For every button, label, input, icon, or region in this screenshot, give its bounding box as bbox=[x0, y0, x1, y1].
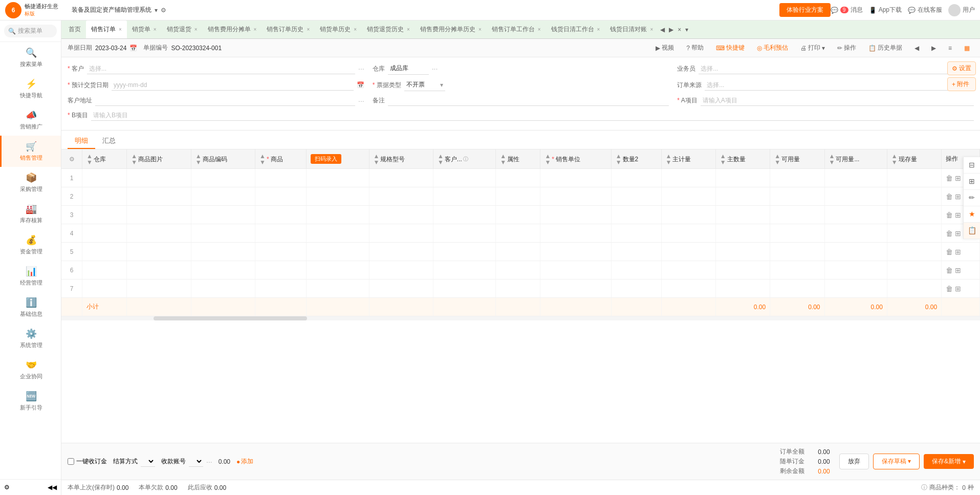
subtab-summary[interactable]: 汇总 bbox=[95, 134, 123, 149]
sidebar-item-system[interactable]: ⚙️ 系统管理 bbox=[0, 323, 61, 354]
tab-close-fee-split-history[interactable]: × bbox=[478, 27, 482, 32]
save-new-btn[interactable]: 保存&新增 ▾ bbox=[924, 454, 974, 469]
tab-fee-split-history[interactable]: 销售费用分摊单历史 × bbox=[415, 20, 487, 38]
scan-btn[interactable]: 扫码录入 bbox=[311, 154, 341, 164]
tab-daily-reconcile[interactable]: 钱货日清对账 × bbox=[605, 20, 658, 38]
side-icon-expand[interactable]: ⊟ bbox=[964, 157, 980, 174]
order-source-input[interactable] bbox=[705, 80, 968, 91]
subtab-detail[interactable]: 明细 bbox=[68, 134, 95, 149]
copy-row-1-icon[interactable]: ⊞ bbox=[955, 174, 961, 182]
sidebar-settings-icon[interactable]: ⚙ bbox=[4, 484, 10, 491]
sidebar-item-marketing[interactable]: 📣 营销推广 bbox=[0, 104, 61, 136]
sidebar-search[interactable]: 🔍 搜索菜单 bbox=[0, 20, 61, 42]
cell-main-qty-2[interactable] bbox=[715, 187, 770, 206]
account-select[interactable] bbox=[189, 456, 203, 467]
sidebar-item-quick-nav[interactable]: ⚡ 快捷导航 bbox=[0, 73, 61, 104]
industry-btn[interactable]: 体验行业方案 bbox=[779, 3, 831, 17]
customer-dots[interactable]: ··· bbox=[358, 64, 364, 73]
cell-main-qty-1[interactable] bbox=[715, 169, 770, 187]
tab-close-order-history[interactable]: × bbox=[307, 27, 310, 32]
profit-btn[interactable]: ◎ 毛利预估 bbox=[753, 42, 792, 54]
view-btn[interactable]: ▶ 视频 bbox=[651, 42, 678, 54]
payment-method-select[interactable] bbox=[141, 456, 155, 467]
search-input-wrapper[interactable]: 🔍 搜索菜单 bbox=[4, 25, 57, 37]
side-icon-clipboard[interactable]: 📋 bbox=[964, 223, 980, 239]
delete-row-7-icon[interactable]: 🗑 bbox=[946, 285, 953, 293]
address-input[interactable] bbox=[95, 95, 355, 106]
tab-fee-split[interactable]: 销售费用分摊单 × bbox=[203, 20, 262, 38]
cell-attribute-1[interactable] bbox=[496, 169, 540, 187]
delete-row-3-icon[interactable]: 🗑 bbox=[946, 211, 953, 219]
delete-row-1-icon[interactable]: 🗑 bbox=[946, 174, 953, 182]
tab-close-sales-note[interactable]: × bbox=[154, 27, 157, 32]
sidebar-item-finance[interactable]: 💰 资金管理 bbox=[0, 229, 61, 261]
sidebar-item-sales[interactable]: 🛒 销售管理 bbox=[0, 136, 61, 167]
staff-input[interactable] bbox=[699, 63, 965, 74]
tab-close-return[interactable]: × bbox=[194, 27, 198, 32]
tab-home[interactable]: 首页 bbox=[63, 20, 86, 38]
tab-close-all-btn[interactable]: × bbox=[676, 24, 683, 35]
cell-customer-code-2[interactable] bbox=[433, 187, 495, 206]
cell-unit-1[interactable] bbox=[540, 169, 611, 187]
history-btn[interactable]: 📋 历史单据 bbox=[864, 42, 906, 54]
cell-unit-2[interactable] bbox=[540, 187, 611, 206]
sidebar-item-search[interactable]: 🔍 搜索菜单 bbox=[0, 42, 61, 73]
col-settings-btn[interactable]: ⚙ bbox=[66, 153, 78, 165]
copy-row-6-icon[interactable]: ⊞ bbox=[955, 266, 961, 274]
cell-qty2-1[interactable] bbox=[611, 169, 661, 187]
tab-close-order-workbench[interactable]: × bbox=[538, 27, 541, 32]
list-view-btn[interactable]: ≡ bbox=[944, 43, 956, 53]
settings-action-btn[interactable]: ⚙ 设置 bbox=[947, 61, 976, 75]
address-dots[interactable]: ··· bbox=[358, 97, 364, 105]
delete-row-5-icon[interactable]: 🗑 bbox=[946, 248, 953, 256]
settings-button[interactable]: ⚙ bbox=[161, 7, 166, 14]
note-input[interactable] bbox=[388, 95, 669, 106]
cell-attribute-2[interactable] bbox=[496, 187, 540, 206]
account-dots[interactable]: ··· bbox=[206, 458, 212, 466]
print-btn[interactable]: 🖨 打印 ▾ bbox=[796, 42, 829, 54]
tab-close-daily-reconcile[interactable]: × bbox=[650, 27, 653, 32]
cell-customer-code-1[interactable] bbox=[433, 169, 495, 187]
horizontal-scrollbar[interactable] bbox=[61, 316, 980, 320]
delete-row-4-icon[interactable]: 🗑 bbox=[946, 229, 953, 238]
shortcut-btn[interactable]: ⌨ 快捷键 bbox=[712, 42, 749, 54]
checkout-checkbox-input[interactable] bbox=[68, 458, 74, 465]
tab-sales-order[interactable]: 销售订单 × bbox=[86, 20, 127, 38]
cell-product-1[interactable] bbox=[255, 169, 307, 187]
cell-spec-2[interactable] bbox=[369, 187, 433, 206]
tab-menu-btn[interactable]: ▾ bbox=[683, 24, 690, 35]
cell-qty2-2[interactable] bbox=[611, 187, 661, 206]
sidebar-item-enterprise[interactable]: 🤝 企业协同 bbox=[0, 354, 61, 385]
copy-row-5-icon[interactable]: ⊞ bbox=[955, 248, 961, 256]
project-a-input[interactable] bbox=[701, 95, 974, 106]
tab-close-fee-split[interactable]: × bbox=[254, 27, 257, 32]
sidebar-collapse-icon[interactable]: ◀◀ bbox=[48, 484, 57, 491]
tab-close-note-history[interactable]: × bbox=[354, 27, 357, 32]
tab-close-return-history[interactable]: × bbox=[407, 27, 410, 32]
help-btn[interactable]: ? 帮助 bbox=[682, 42, 708, 54]
warehouse-dots[interactable]: ··· bbox=[432, 64, 438, 73]
side-icon-layout[interactable]: ⊞ bbox=[964, 174, 980, 190]
save-draft-btn[interactable]: 保存草稿 ▾ bbox=[873, 454, 920, 469]
delivery-calendar-icon[interactable]: 📅 bbox=[357, 81, 364, 89]
customer-input[interactable] bbox=[87, 63, 355, 74]
sidebar-item-base-info[interactable]: ℹ️ 基础信息 bbox=[0, 292, 61, 323]
tab-order-history[interactable]: 销售订单历史 × bbox=[262, 20, 315, 38]
discard-btn[interactable]: 放弃 bbox=[839, 454, 869, 469]
cell-warehouse-1[interactable] bbox=[82, 169, 127, 187]
operation-btn[interactable]: ✏ 操作 bbox=[833, 42, 860, 54]
attachment-action-btn[interactable]: + 附件 bbox=[947, 77, 976, 91]
add-btn[interactable]: ● 添加 bbox=[236, 457, 253, 466]
user-item[interactable]: 用户 bbox=[948, 4, 975, 16]
notification-item[interactable]: 💬 9 消息 bbox=[831, 6, 863, 14]
calendar-icon[interactable]: 📅 bbox=[129, 45, 137, 52]
tab-return[interactable]: 销货退货 × bbox=[162, 20, 203, 38]
tab-note-history[interactable]: 销货单历史 × bbox=[315, 20, 362, 38]
tab-next-btn[interactable]: ▶ bbox=[667, 24, 676, 35]
sidebar-item-operations[interactable]: 📊 经营管理 bbox=[0, 261, 61, 292]
app-download-item[interactable]: 📱 App下载 bbox=[869, 6, 902, 14]
sidebar-item-inventory[interactable]: 🏭 库存核算 bbox=[0, 198, 61, 229]
tab-sales-note[interactable]: 销货单 × bbox=[127, 20, 162, 38]
tab-return-history[interactable]: 销货退货历史 × bbox=[362, 20, 415, 38]
cell-code-1[interactable] bbox=[191, 169, 255, 187]
